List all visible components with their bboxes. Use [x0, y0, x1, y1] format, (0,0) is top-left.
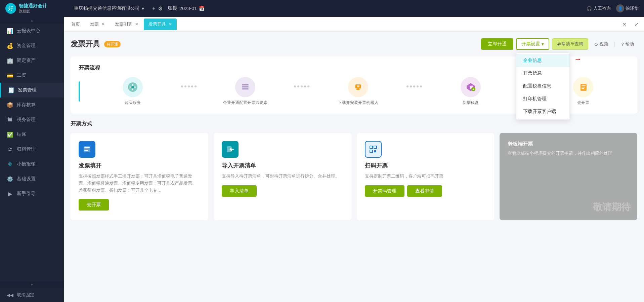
boss-invoice-desc: 查看老板端小程序提交的开票申请，并作出相应的处理 — [508, 150, 629, 157]
tab-fapiaocesuan[interactable]: 发票测算 ✕ — [110, 18, 143, 30]
dot — [301, 85, 303, 87]
sidebar-item-kucun[interactable]: 📦 库存核算 — [0, 98, 64, 112]
chevron-down-icon: ▾ — [142, 6, 144, 11]
scan-invoice-title: 扫码开票 — [365, 162, 486, 169]
scan-invoice-desc: 支持定制开票二维码，客户端可扫码开票 — [365, 173, 486, 180]
svg-rect-18 — [84, 147, 90, 148]
svg-rect-6 — [357, 85, 359, 87]
import-invoice-desc: 支持导入待开票清单，可对待开票清单进行拆分、合并处理。 — [222, 173, 343, 180]
tab-home[interactable]: 首页 — [67, 18, 85, 30]
fill-invoice-icon — [79, 141, 95, 158]
exception-button[interactable]: 异常清单查询 — [552, 38, 588, 50]
sidebar-item-fapiao[interactable]: 🧾 发票管理 — [0, 83, 64, 98]
dropdown-item-peizhishupan[interactable]: 配置税盘信息 — [516, 80, 569, 92]
settings-dropdown-menu: 企业信息 开票信息 配置税盘信息 打印机管理 — [516, 52, 570, 120]
user-area[interactable]: 👤 徐泽华 — [616, 4, 639, 12]
settings-icon[interactable]: ⚙ — [158, 5, 163, 12]
scan-invoice-icon — [365, 141, 382, 158]
add-icon[interactable]: + — [152, 5, 155, 11]
tab-home-label: 首页 — [71, 21, 80, 27]
tab-fapiao-close[interactable]: ✕ — [101, 22, 105, 27]
sidebar-scroll-up[interactable]: ▲ — [0, 17, 64, 24]
company-selector[interactable]: 重庆畅捷交通信息咨询有限公司 ▾ — [71, 4, 147, 13]
play-icon: ▶ — [7, 190, 13, 197]
flow-step-icon-buy — [123, 77, 143, 97]
headset-icon: 🎧 — [587, 6, 592, 11]
svg-rect-2 — [242, 84, 249, 85]
svg-rect-3 — [242, 86, 249, 87]
sidebar-item-label: 结账 — [17, 131, 26, 138]
sidebar-bottom-label: 取消固定 — [17, 292, 34, 298]
dropdown-item-kaipiaoxinxi[interactable]: 开票信息 — [516, 67, 569, 80]
flow-step-addtax: 税 + 新增税盘 — [425, 77, 516, 106]
tab-kaiqu-close[interactable]: ✕ — [169, 22, 172, 27]
dot — [410, 85, 412, 87]
flow-step-label-buy: 购买服务 — [125, 100, 141, 106]
dropdown-item-xiazaikehu[interactable]: 下载开票客户端 — [516, 105, 569, 118]
activate-button[interactable]: 立即开通 — [481, 38, 513, 50]
tab-cesuan-label: 发票测算 — [115, 21, 132, 27]
settings-button[interactable]: 开票设置 ▾ — [516, 38, 549, 50]
dot — [307, 85, 309, 87]
sidebar-item-label: 资金管理 — [17, 43, 36, 49]
logo-area: 好 畅捷通好会计 旗舰版 — [5, 3, 66, 14]
sidebar-item-guidang[interactable]: 🗂 归档管理 — [0, 142, 64, 157]
svg-rect-20 — [84, 150, 88, 151]
tab-close-btn[interactable]: ✕ — [620, 20, 629, 29]
help-button[interactable]: ? 帮助 — [618, 39, 637, 49]
svg-point-1 — [131, 86, 134, 88]
video-button[interactable]: ⊙ 视频 — [591, 39, 611, 49]
import-invoice-title: 导入开票清单 — [222, 162, 343, 169]
flow-step-icon-invoice — [573, 77, 593, 97]
tab-fapiao[interactable]: 发票 ✕ — [85, 18, 110, 30]
method-card-scan: 扫码开票 支持定制开票二维码，客户端可扫码开票 开票码管理 查看申请 — [357, 133, 495, 220]
flow-left-bar — [79, 81, 80, 102]
dropdown-item-qiyexinxi[interactable]: 企业信息 — [516, 54, 569, 67]
gear-icon: ⚙️ — [7, 176, 13, 182]
import-invoice-btn[interactable]: 导入清单 — [222, 185, 257, 197]
sidebar-item-jiezhang[interactable]: ✅ 结账 — [0, 127, 64, 142]
boss-overlay-text: 敬请期待 — [593, 201, 631, 214]
methods-grid: 发票填开 支持按照发票样式手工填开发票；可开具增值税电子普通发票、增值税普通发票… — [71, 133, 637, 220]
tab-cesuan-close[interactable]: ✕ — [135, 22, 138, 27]
sidebar-item-gudingzichan[interactable]: 🏢 固定资产 — [0, 53, 64, 68]
receipt-icon: 🧾 — [8, 87, 14, 93]
content-area: 首页 发票 ✕ 发票测算 ✕ 发票开具 ✕ ✕ ⤢ — [64, 17, 644, 302]
sidebar-item-shuiwu[interactable]: 🏛 税务管理 — [0, 112, 64, 127]
dot — [417, 85, 419, 87]
flow-connector-3 — [404, 85, 425, 87]
support-btn[interactable]: 🎧 人工咨询 — [587, 5, 611, 11]
svg-rect-23 — [374, 146, 377, 149]
topbar-controls: + ⚙ — [152, 5, 163, 12]
dropdown-item-dayinji[interactable]: 打印机管理 — [516, 92, 569, 105]
period-area: 账期 2023-01 📅 — [168, 5, 204, 11]
sidebar-item-xinshou[interactable]: ▶ 新手引导 — [0, 186, 64, 201]
scan-invoice-btn[interactable]: 开票码管理 — [365, 185, 404, 197]
tab-maximize-btn[interactable]: ⤢ — [632, 20, 641, 29]
archive-icon: 🗂 — [7, 146, 13, 153]
flow-step-label-addtax: 新增税盘 — [463, 100, 479, 106]
page-actions: 立即开通 开票设置 ▾ 企业信息 — [481, 38, 637, 50]
sidebar-item-cancel-fixed[interactable]: ◀◀ 取消固定 — [0, 288, 64, 302]
tab-fapiaokaiqu[interactable]: 发票开具 ✕ — [144, 18, 177, 30]
page-content: 发票开具 待开通 立即开通 开票设置 ▾ — [64, 32, 644, 302]
method-card-boss: 老板端开票 查看老板端小程序提交的开票申请，并作出相应的处理 敬请期待 — [500, 133, 637, 220]
sidebar-item-xiaochangbaoxiao[interactable]: © 小畅报销 — [0, 157, 64, 172]
sidebar-item-yunbao[interactable]: 📊 云报表中心 — [0, 24, 64, 38]
money-icon: 💰 — [7, 42, 13, 49]
dropdown-item-label: 打印机管理 — [523, 96, 547, 101]
scan-invoice-btn2[interactable]: 查看申请 — [407, 185, 442, 197]
dropdown-item-label: 下载开票客户端 — [523, 109, 556, 114]
sidebar-scroll-down[interactable]: ▼ — [0, 281, 64, 288]
calendar-icon[interactable]: 📅 — [199, 6, 205, 11]
sidebar-item-gongzi[interactable]: 💳 工资 — [0, 68, 64, 83]
support-label: 人工咨询 — [593, 5, 611, 11]
page-title-area: 发票开具 待开通 — [71, 39, 121, 49]
fill-invoice-btn[interactable]: 去开票 — [79, 199, 109, 211]
sidebar-item-zijin[interactable]: 💰 资金管理 — [0, 38, 64, 53]
tab-bar: 首页 发票 ✕ 发票测算 ✕ 发票开具 ✕ ✕ ⤢ — [64, 17, 644, 32]
scan-invoice-btns: 开票码管理 查看申请 — [365, 185, 486, 197]
flow-step-icon-config — [235, 77, 255, 97]
play-circle-icon: ⊙ — [594, 42, 598, 47]
sidebar-item-jichu[interactable]: ⚙️ 基础设置 — [0, 172, 64, 186]
